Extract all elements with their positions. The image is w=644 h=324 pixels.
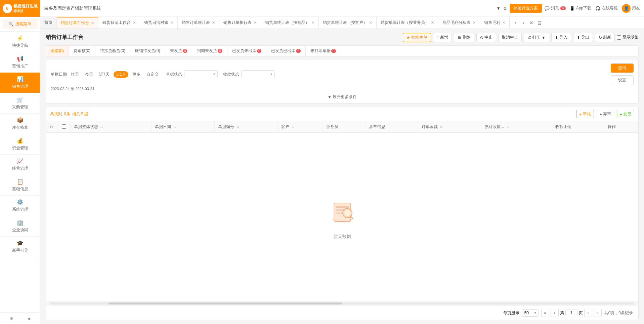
- tab-close-button[interactable]: ✕: [473, 21, 476, 25]
- status-select[interactable]: [184, 70, 218, 78]
- sidebar-settings-button[interactable]: ⚙: [10, 315, 13, 321]
- add-button[interactable]: + 新增: [433, 33, 452, 42]
- tabs-scroll-left-button[interactable]: ‹: [512, 19, 519, 27]
- date-opt-more[interactable]: 更多: [130, 71, 142, 78]
- sort-icon[interactable]: ⇅: [173, 125, 176, 129]
- tab-close-button[interactable]: ✕: [133, 21, 136, 25]
- import-button[interactable]: ⬇ 导入: [551, 33, 571, 42]
- tab-sales-stats-staff[interactable]: 销货单统计表（按业务员） ✕: [377, 17, 438, 29]
- tab-close-button[interactable]: ✕: [311, 21, 314, 25]
- date-opt-custom[interactable]: 自定义: [144, 71, 161, 78]
- tab-sales-order-stats[interactable]: 销售订单统计表 ✕: [178, 17, 219, 29]
- horizontal-scrollbar[interactable]: [46, 301, 638, 306]
- tab-sales-order-exec[interactable]: 销售订单执行表 ✕: [219, 17, 261, 29]
- tab-close-button[interactable]: ✕: [212, 21, 215, 25]
- stop-button[interactable]: ⊘ 中止: [476, 33, 496, 42]
- tab-close-button[interactable]: ✕: [431, 21, 434, 25]
- sub-tab-shipped-out[interactable]: 已发货已出库0: [266, 46, 306, 56]
- sort-icon[interactable]: ⇅: [237, 125, 239, 129]
- topbar-settings-button[interactable]: ⚙: [503, 5, 507, 11]
- export-button[interactable]: ⬆ 导出: [573, 33, 593, 42]
- date-opt-1month[interactable]: 近1月: [114, 71, 128, 78]
- sidebar-item-operations[interactable]: 📈 经营管理: [0, 155, 40, 175]
- sort-icon[interactable]: ⇅: [100, 125, 103, 129]
- sidebar-item-purchase[interactable]: 🛒 采购管理: [0, 93, 40, 114]
- page-size-select[interactable]: 20 50 100: [522, 309, 539, 317]
- cancel-stop-button[interactable]: 取消中止: [498, 33, 522, 42]
- user-menu[interactable]: 👤 用友: [622, 4, 640, 13]
- set-button[interactable]: 设置: [611, 75, 634, 85]
- sub-tab-pending-inspect[interactable]: 待拣货验货(0): [95, 46, 130, 56]
- tabs-close-all-button[interactable]: ✕: [528, 19, 535, 27]
- show-detail-checkbox-wrap[interactable]: 显示明细: [617, 35, 639, 40]
- message-badge: 6: [560, 6, 566, 10]
- tab-close-button[interactable]: ✕: [91, 21, 94, 25]
- next-page-button[interactable]: ›: [584, 309, 592, 317]
- sidebar-item-system[interactable]: ⚙️ 系统管理: [0, 196, 40, 216]
- topbar: 装备及固定资产辅助管理系统 ▼ ⚙ 体验行业方案 💬 消息 6 📱 App下载 …: [40, 0, 644, 17]
- prev-page-button[interactable]: ‹: [551, 309, 559, 317]
- ship-batch-button[interactable]: ● 发货: [617, 110, 634, 118]
- sort-icon[interactable]: ⇅: [440, 125, 442, 129]
- date-opt-today[interactable]: 今天: [83, 71, 95, 78]
- sub-tab-pending-review[interactable]: 待审核(0): [69, 46, 96, 56]
- date-opt-yesterday[interactable]: 昨天: [69, 71, 81, 78]
- smart-create-button[interactable]: ★ 智能生单: [403, 33, 431, 42]
- tab-goods-margin[interactable]: 商品毛利分析表 ✕: [438, 17, 480, 29]
- first-page-button[interactable]: «: [541, 309, 549, 317]
- sort-icon[interactable]: ⇅: [506, 125, 509, 129]
- messages-button[interactable]: 💬 消息 6: [545, 5, 566, 11]
- select-all-checkbox[interactable]: [62, 124, 66, 129]
- date-opt-7days[interactable]: 近7天: [97, 71, 112, 78]
- sidebar-item-quick-nav[interactable]: ⚡ 快捷导航: [0, 32, 40, 52]
- sub-tab-wangpu-pending[interactable]: 旺铺待发货(0): [130, 46, 165, 56]
- sidebar-item-enterprise[interactable]: 🏢 企业协同: [0, 216, 40, 237]
- payment-select[interactable]: [241, 70, 275, 78]
- tab-sales-gross[interactable]: 销售毛利 ✕: [480, 17, 510, 29]
- refresh-button[interactable]: ↻ 刷新: [595, 33, 615, 42]
- tab-cash-goods-reconcile[interactable]: 钱货日清对账 ✕: [140, 17, 178, 29]
- sidebar-item-sales[interactable]: 📊 销售管理: [0, 73, 40, 93]
- sidebar-item-guide[interactable]: 🎓 新手引导: [0, 237, 40, 257]
- sidebar-item-marketing[interactable]: 📢 营销推广: [0, 52, 40, 73]
- system-dropdown-button[interactable]: ▼: [497, 6, 501, 11]
- sub-tab-shipped-not-out[interactable]: 已发货未出库0: [227, 46, 267, 56]
- sidebar-item-basic-info[interactable]: 📋 基础信息: [0, 175, 40, 196]
- tab-close-button[interactable]: ✕: [254, 21, 257, 25]
- tab-home[interactable]: 首页: [40, 17, 57, 29]
- delete-button[interactable]: 🗑 删除: [454, 33, 474, 42]
- sidebar-item-inventory[interactable]: 📦 库存核算: [0, 114, 40, 134]
- sub-tab-all[interactable]: 全部(0): [46, 46, 69, 56]
- tabs-scroll-right-button[interactable]: ›: [520, 19, 527, 27]
- tab-cash-daily-work[interactable]: 钱货日清工作台 ✕: [98, 17, 140, 29]
- tabs-expand-button[interactable]: ⊡: [536, 19, 543, 27]
- cancel-review-batch-button[interactable]: ● 弃审: [597, 110, 614, 118]
- sidebar-collapse-button[interactable]: ◀: [27, 315, 30, 321]
- tab-sales-stats-product[interactable]: 销货单统计表（按商品） ✕: [261, 17, 319, 29]
- app-download-button[interactable]: 📱 App下载: [570, 5, 591, 11]
- expand-filter-button[interactable]: ▼ 展开更多条件: [328, 94, 357, 100]
- trial-button[interactable]: 体验行业方案: [510, 4, 542, 13]
- stop-icon: ⊘: [480, 35, 483, 40]
- page-input[interactable]: [565, 310, 577, 316]
- tab-close-button[interactable]: ✕: [369, 21, 372, 25]
- sub-tab-overdue-not-shipped[interactable]: 到期未发货0: [192, 46, 227, 56]
- sort-icon[interactable]: ⇅: [291, 125, 294, 129]
- sidebar-item-finance[interactable]: 💰 资金管理: [0, 134, 40, 155]
- column-settings-icon[interactable]: ⚙: [49, 125, 53, 129]
- tab-sales-order-workbench[interactable]: 销售订单工作台 ✕: [57, 17, 98, 29]
- show-detail-checkbox[interactable]: [617, 35, 621, 40]
- last-page-button[interactable]: »: [594, 309, 602, 317]
- print-button[interactable]: 🖨 打印 ▼: [524, 33, 549, 42]
- review-batch-button[interactable]: ● 审核: [576, 110, 594, 118]
- query-button[interactable]: 查询: [611, 64, 634, 73]
- user-avatar: 👤: [622, 4, 631, 13]
- scrollbar-thumb[interactable]: [109, 302, 342, 305]
- tab-close-button[interactable]: ✕: [502, 21, 505, 25]
- sub-tab-not-printed[interactable]: 未打印单据0: [306, 46, 341, 56]
- online-service-button[interactable]: 🎧 在线客服: [595, 5, 618, 11]
- search-menu-button[interactable]: 🔍 搜索菜单: [3, 19, 37, 29]
- tab-close-button[interactable]: ✕: [170, 21, 173, 25]
- tab-sales-stats-customer[interactable]: 销货单统计表（按客户） ✕: [319, 17, 377, 29]
- sub-tab-not-shipped[interactable]: 未发货0: [165, 46, 192, 56]
